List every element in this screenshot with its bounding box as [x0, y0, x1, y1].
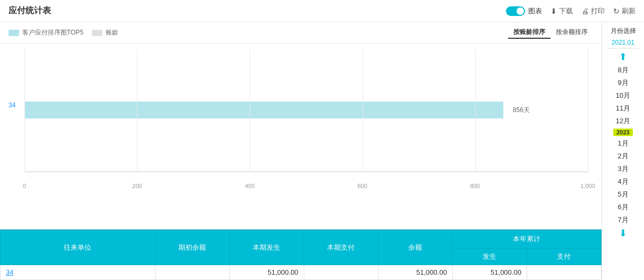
- table-area: 往来单位 期初余额 本期发生 本期支付 余额 本年累计 发生 支付: [0, 229, 602, 280]
- right-sidebar: 月份选择 2021.01 ⬆ 8月 9月 10月 11月 12月 2023 1月…: [602, 22, 644, 280]
- th-col6-sub1: 发生: [452, 249, 527, 265]
- grid-line-3: [363, 49, 363, 172]
- sidebar-current-date[interactable]: 2021.01: [612, 38, 634, 47]
- legend-color-age: [92, 30, 102, 36]
- th-col5: 余额: [378, 230, 452, 265]
- grid-line-5: [588, 49, 588, 172]
- sidebar-month-10[interactable]: 10月: [616, 89, 630, 102]
- sidebar-month-7[interactable]: 7月: [617, 214, 628, 226]
- th-col3: 本期发生: [229, 230, 304, 265]
- th-col6: 本年累计: [452, 230, 601, 249]
- chart-label: 图表: [528, 6, 542, 16]
- x-tick-600: 600: [357, 183, 367, 189]
- page-title: 应付统计表: [8, 5, 51, 16]
- td-col2: [155, 265, 229, 280]
- row-link-col1[interactable]: 34: [6, 268, 13, 276]
- sidebar-year-badge: 2023: [613, 129, 632, 136]
- chart-inner: 34 856天 0 200 400 600 800: [8, 49, 593, 187]
- th-col6-sub2: 支付: [527, 249, 601, 265]
- th-col1: 往来单位: [1, 230, 156, 265]
- refresh-icon: ↻: [613, 7, 620, 15]
- download-button[interactable]: ⬇ 下载: [551, 6, 573, 16]
- chart-area: 客户应付排序图TOP5 账龄 按账龄排序 按余额排序: [0, 22, 602, 280]
- header: 应付统计表 图表 ⬇ 下载 🖨 打印 ↻ 刷新: [0, 0, 644, 22]
- grid-lines: [24, 49, 588, 172]
- chart-canvas: 34 856天 0 200 400 600 800: [0, 44, 602, 229]
- sidebar-month-1[interactable]: 1月: [617, 137, 628, 150]
- td-col4: [304, 265, 378, 280]
- refresh-label: 刷新: [622, 6, 636, 16]
- th-col2: 期初余额: [155, 230, 229, 265]
- bar-row-label[interactable]: 34: [8, 101, 15, 109]
- chart-legend: 客户应付排序图TOP5 账龄: [8, 28, 118, 37]
- sidebar-month-4[interactable]: 4月: [617, 175, 628, 188]
- sidebar-down-arrow[interactable]: ⬇: [619, 226, 627, 240]
- sidebar-up-arrow[interactable]: ⬆: [619, 50, 627, 64]
- grid-line-1: [137, 49, 138, 172]
- chart-toggle[interactable]: [506, 6, 525, 16]
- grid-line-2: [250, 49, 250, 172]
- td-col6-sub1: 51,000.00: [452, 265, 527, 280]
- table-row: 34 51,000.00 51,000.00 51,000.00: [1, 265, 602, 280]
- x-tick-0: 0: [23, 183, 26, 189]
- download-icon: ⬇: [551, 7, 557, 15]
- td-col5: 51,000.00: [378, 265, 452, 280]
- sidebar-month-5[interactable]: 5月: [617, 188, 628, 201]
- x-tick-1000: 1,000: [580, 183, 595, 189]
- data-table: 往来单位 期初余额 本期发生 本期支付 余额 本年累计 发生 支付: [0, 230, 602, 280]
- x-tick-400: 400: [245, 183, 254, 189]
- sidebar-month-6[interactable]: 6月: [617, 201, 628, 214]
- table-header-row-1: 往来单位 期初余额 本期发生 本期支付 余额 本年累计: [1, 230, 602, 249]
- grid-line-0: [24, 49, 25, 172]
- sort-tab-balance[interactable]: 按余额排序: [551, 27, 593, 39]
- td-col3: 51,000.00: [229, 265, 304, 280]
- legend-label-series: 客户应付排序图TOP5: [22, 28, 83, 37]
- download-label: 下载: [559, 6, 573, 16]
- legend-item-bar: 客户应付排序图TOP5: [8, 28, 83, 37]
- td-col1: 34: [1, 265, 156, 280]
- print-label: 打印: [591, 6, 605, 16]
- sidebar-divider-top: [607, 48, 639, 49]
- legend-color-bar: [8, 30, 19, 36]
- th-col4: 本期支付: [304, 230, 378, 265]
- header-actions: 图表 ⬇ 下载 🖨 打印 ↻ 刷新: [506, 6, 636, 16]
- td-col6-sub2: [527, 265, 601, 280]
- x-tick-200: 200: [132, 183, 142, 189]
- legend-label-age: 账龄: [106, 28, 118, 37]
- print-icon: 🖨: [581, 7, 589, 15]
- chart-toggle-group[interactable]: 图表: [506, 6, 542, 16]
- sort-tabs: 按账龄排序 按余额排序: [508, 27, 593, 39]
- sort-tab-age[interactable]: 按账龄排序: [508, 27, 551, 39]
- sidebar-month-8[interactable]: 8月: [617, 64, 628, 77]
- grid-line-4: [475, 49, 476, 172]
- sidebar-month-3[interactable]: 3月: [617, 163, 628, 175]
- x-tick-800: 800: [470, 183, 480, 189]
- print-button[interactable]: 🖨 打印: [581, 6, 605, 16]
- main-content: 客户应付排序图TOP5 账龄 按账龄排序 按余额排序: [0, 22, 644, 280]
- sidebar-month-11[interactable]: 11月: [616, 102, 630, 115]
- sidebar-month-2[interactable]: 2月: [617, 150, 628, 163]
- sidebar-month-9[interactable]: 9月: [617, 77, 628, 89]
- sidebar-month-label: 月份选择: [611, 24, 636, 38]
- legend-item-age: 账龄: [92, 28, 118, 37]
- chart-header: 客户应付排序图TOP5 账龄 按账龄排序 按余额排序: [0, 22, 602, 44]
- refresh-button[interactable]: ↻ 刷新: [613, 6, 636, 16]
- sidebar-month-12[interactable]: 12月: [616, 115, 630, 128]
